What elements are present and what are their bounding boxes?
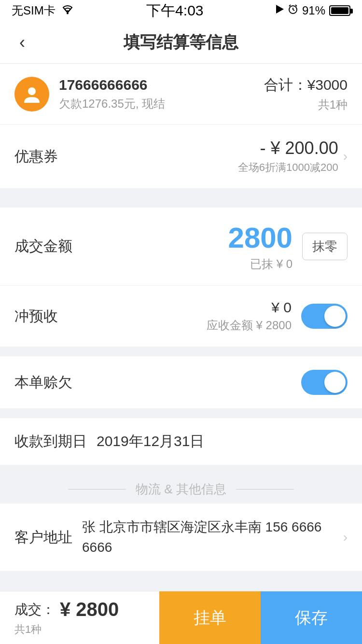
logistics-divider-text: 物流 & 其他信息 — [68, 481, 294, 498]
deal-amount-group: 2800 已抹 ¥ 0 — [228, 221, 292, 272]
customer-right: 合计：¥3000 共1种 — [264, 75, 348, 112]
bottom-bar: 成交： ¥ 2800 共1种 挂单 保存 — [0, 591, 362, 644]
credit-order-row: 本单赊欠 — [0, 356, 362, 408]
deal-amount-label: 成交金额 — [14, 237, 72, 256]
coupon-desc: 全场6折满1000减200 — [238, 160, 338, 175]
status-right: 91% — [275, 4, 350, 17]
deal-amount-sub: 已抹 ¥ 0 — [228, 256, 292, 272]
credit-toggle-knob — [324, 372, 346, 393]
credit-order-toggle[interactable] — [301, 370, 348, 395]
precollect-amounts: ¥ 0 应收金额 ¥ 2800 — [207, 299, 292, 333]
deal-amount-right: 2800 已抹 ¥ 0 抹零 — [228, 221, 348, 272]
precollect-sub: 应收金额 ¥ 2800 — [207, 318, 292, 333]
nav-title: 填写结算等信息 — [124, 31, 238, 54]
svg-line-4 — [293, 10, 294, 11]
precollect-label: 冲预收 — [14, 307, 58, 326]
due-date-value: 2019年12月31日 — [97, 432, 204, 451]
bottom-deal-row: 成交： ¥ 2800 — [14, 599, 145, 620]
due-date-label: 收款到期日 — [14, 432, 87, 451]
battery-text: 91% — [302, 4, 325, 17]
svg-line-5 — [289, 5, 291, 6]
back-button[interactable]: ‹ — [14, 28, 30, 57]
status-left: 无SIM卡 — [12, 3, 75, 18]
precollect-row: 冲预收 ¥ 0 应收金额 ¥ 2800 — [0, 285, 362, 347]
svg-point-7 — [28, 87, 36, 95]
precollect-value: ¥ 0 — [207, 299, 292, 316]
customer-left: 17666666666 欠款1276.35元, 现结 — [14, 77, 165, 112]
logistics-divider: 物流 & 其他信息 — [0, 475, 362, 504]
svg-point-0 — [67, 13, 69, 14]
bottom-deal-label: 成交： — [14, 601, 55, 619]
precollect-right: ¥ 0 应收金额 ¥ 2800 — [207, 299, 348, 333]
precollect-toggle[interactable] — [301, 304, 348, 329]
status-time: 下午4:03 — [146, 1, 203, 21]
deal-amount-value: 2800 — [228, 221, 292, 254]
bottom-actions: 挂单 保存 — [159, 591, 362, 644]
due-date-row: 收款到期日 2019年12月31日 — [0, 418, 362, 465]
main-content: 17666666666 欠款1276.35元, 现结 合计：¥3000 共1种 … — [0, 64, 362, 634]
coupon-chevron-icon: › — [343, 149, 348, 164]
hang-button[interactable]: 挂单 — [159, 591, 261, 644]
alarm-icon — [288, 4, 298, 17]
coupon-amount: - ¥ 200.00 — [238, 138, 338, 158]
deal-section: 成交金额 2800 已抹 ¥ 0 抹零 冲预收 ¥ 0 应收金额 ¥ 2800 — [0, 208, 362, 347]
customer-phone: 17666666666 — [59, 77, 165, 93]
wifi-icon — [60, 4, 75, 17]
round-button[interactable]: 抹零 — [302, 233, 348, 260]
address-value: 张 北京市市辖区海淀区永丰南 156 6666 6666 — [82, 517, 334, 558]
address-chevron-icon: › — [343, 530, 348, 545]
total-count: 共1种 — [264, 97, 348, 112]
address-label: 客户地址 — [14, 528, 72, 547]
svg-marker-1 — [276, 5, 284, 14]
carrier-text: 无SIM卡 — [12, 3, 56, 18]
nav-bar: ‹ 填写结算等信息 — [0, 21, 362, 64]
status-bar: 无SIM卡 下午4:03 91% — [0, 0, 362, 21]
customer-row: 17666666666 欠款1276.35元, 现结 合计：¥3000 共1种 — [0, 64, 362, 124]
address-row[interactable]: 客户地址 张 北京市市辖区海淀区永丰南 156 6666 6666 › — [0, 504, 362, 571]
credit-order-label: 本单赊欠 — [14, 373, 72, 392]
battery-icon — [329, 5, 350, 16]
bottom-deal-amount: ¥ 2800 — [60, 599, 119, 620]
coupon-row[interactable]: 优惠券 - ¥ 200.00 全场6折满1000减200 › — [0, 124, 362, 188]
total-amount: 合计：¥3000 — [264, 75, 348, 95]
toggle-knob — [324, 306, 346, 327]
coupon-info: - ¥ 200.00 全场6折满1000减200 — [238, 138, 338, 175]
divider-2 — [0, 347, 362, 356]
avatar — [14, 77, 49, 112]
coupon-right: - ¥ 200.00 全场6折满1000减200 › — [238, 138, 348, 175]
save-button[interactable]: 保存 — [261, 591, 362, 644]
svg-line-6 — [295, 5, 297, 6]
bottom-summary: 成交： ¥ 2800 共1种 — [0, 599, 159, 637]
deal-amount-row: 成交金额 2800 已抹 ¥ 0 抹零 — [0, 208, 362, 285]
divider-1 — [0, 198, 362, 208]
customer-card: 17666666666 欠款1276.35元, 现结 合计：¥3000 共1种 … — [0, 64, 362, 188]
location-icon — [275, 4, 284, 17]
customer-sub: 欠款1276.35元, 现结 — [59, 96, 165, 112]
coupon-label: 优惠券 — [14, 147, 58, 167]
customer-info: 17666666666 欠款1276.35元, 现结 — [59, 77, 165, 112]
bottom-deal-count: 共1种 — [14, 622, 145, 637]
